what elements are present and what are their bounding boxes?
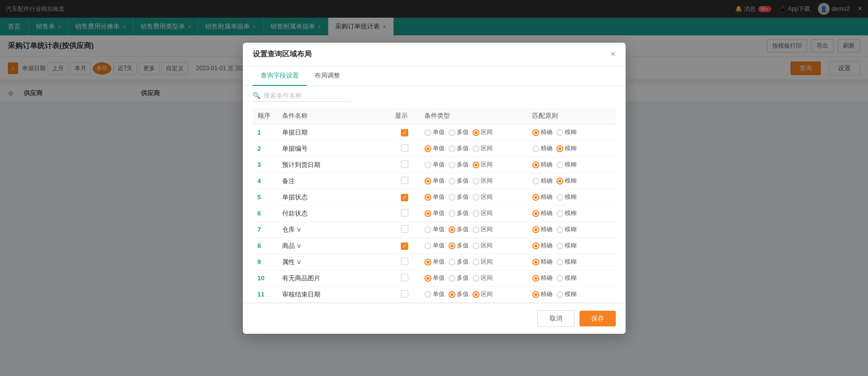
row-order-6: 7 (253, 221, 277, 238)
radio-type-type_single-0[interactable]: 单值 (424, 128, 445, 136)
checkbox-show-5[interactable] (401, 209, 408, 216)
radio-match-dot-4 (532, 194, 539, 201)
radio-type-type_range-5[interactable]: 区间 (473, 209, 493, 217)
radio-type-type_multi-8[interactable]: 多值 (448, 258, 469, 266)
row-show-8 (390, 254, 420, 270)
row-show-6 (390, 221, 420, 238)
row-order-10: 11 (253, 286, 277, 302)
radio-dot-5 (448, 210, 455, 217)
radio-type-type_range-1[interactable]: 区间 (473, 144, 493, 153)
radio-type-type_range-10[interactable]: 区间 (473, 290, 493, 298)
radio-match-match_fuzzy-10[interactable]: 模糊 (556, 290, 577, 298)
radio-match-match_fuzzy-8[interactable]: 模糊 (556, 258, 577, 266)
radio-type-type_range-7[interactable]: 区间 (473, 242, 493, 250)
radio-type-type_single-4[interactable]: 单值 (424, 193, 445, 201)
radio-match-match_exact-1[interactable]: 精确 (532, 144, 552, 153)
checkbox-show-6[interactable] (401, 225, 408, 233)
radio-type-type_multi-0[interactable]: 多值 (448, 128, 469, 136)
radio-match-match_fuzzy-4[interactable]: 模糊 (556, 193, 577, 201)
dialog-tabs: 查询字段设置 布局调整 (243, 66, 626, 86)
dialog-tab-layout[interactable]: 布局调整 (307, 66, 348, 86)
radio-match-match_exact-7[interactable]: 精确 (532, 242, 552, 250)
checkbox-show-4[interactable] (401, 194, 408, 201)
settings-table: 顺序 条件名称 显示 条件类型 匹配原则 1单据日期单值多值区间精确模糊2单据编… (253, 107, 616, 303)
radio-match-match_exact-0[interactable]: 精确 (532, 128, 552, 136)
radio-match-dot-0 (532, 129, 539, 136)
radio-type-type_single-8[interactable]: 单值 (424, 258, 445, 266)
radio-type-type_single-7[interactable]: 单值 (424, 242, 445, 250)
checkbox-show-3[interactable] (401, 177, 408, 184)
radio-type-type_multi-5[interactable]: 多值 (448, 209, 469, 217)
radio-dot-2 (448, 161, 455, 168)
radio-type-type_multi-9[interactable]: 多值 (448, 274, 469, 282)
radio-match-match_exact-8[interactable]: 精确 (532, 258, 552, 266)
table-row: 10有无商品图片单值多值区间精确模糊 (253, 270, 616, 286)
row-order-3: 4 (253, 173, 277, 189)
radio-dot-7 (448, 242, 455, 249)
radio-match-match_exact-2[interactable]: 精确 (532, 161, 552, 169)
col-header-order: 顺序 (253, 107, 277, 125)
checkbox-show-8[interactable] (401, 258, 408, 265)
radio-match-match_exact-10[interactable]: 精确 (532, 290, 552, 298)
radio-type-type_multi-10[interactable]: 多值 (448, 290, 469, 298)
radio-type-type_range-9[interactable]: 区间 (473, 274, 493, 282)
row-order-5: 6 (253, 205, 277, 221)
radio-match-match_fuzzy-2[interactable]: 模糊 (556, 161, 577, 169)
radio-match-match_exact-4[interactable]: 精确 (532, 193, 552, 201)
radio-match-dot-10 (556, 291, 563, 298)
save-btn[interactable]: 保存 (579, 311, 616, 326)
radio-dot-7 (473, 242, 479, 249)
radio-match-match_fuzzy-9[interactable]: 模糊 (556, 274, 577, 282)
radio-type-type_single-3[interactable]: 单值 (424, 177, 445, 185)
radio-type-type_range-4[interactable]: 区间 (473, 193, 493, 201)
row-match-8: 精确模糊 (527, 254, 616, 270)
radio-match-match_fuzzy-0[interactable]: 模糊 (556, 128, 577, 136)
radio-type-type_range-6[interactable]: 区间 (473, 225, 493, 234)
radio-type-type_single-9[interactable]: 单值 (424, 274, 445, 282)
radio-type-type_range-3[interactable]: 区间 (473, 177, 493, 185)
radio-type-type_multi-6[interactable]: 多值 (448, 225, 469, 234)
radio-type-type_multi-7[interactable]: 多值 (448, 242, 469, 250)
checkbox-show-9[interactable] (401, 274, 408, 281)
radio-match-match_fuzzy-7[interactable]: 模糊 (556, 242, 577, 250)
cancel-btn[interactable]: 取消 (537, 310, 575, 327)
checkbox-show-7[interactable] (401, 242, 408, 250)
settings-dialog: 设置查询区域布局 × 查询字段设置 布局调整 🔍 (243, 43, 626, 334)
dialog-tab-fields[interactable]: 查询字段设置 (253, 66, 307, 86)
row-match-10: 精确模糊 (527, 286, 616, 302)
radio-type-type_single-6[interactable]: 单值 (424, 225, 445, 234)
radio-match-match_fuzzy-3[interactable]: 模糊 (556, 177, 577, 185)
checkbox-show-10[interactable] (401, 290, 408, 297)
radio-match-match_fuzzy-5[interactable]: 模糊 (556, 209, 577, 217)
radio-type-type_multi-4[interactable]: 多值 (448, 193, 469, 201)
row-name-4: 单据状态 (277, 189, 390, 205)
radio-type-type_single-2[interactable]: 单值 (424, 161, 445, 169)
row-order-8: 9 (253, 254, 277, 270)
radio-type-type_single-1[interactable]: 单值 (424, 144, 445, 153)
radio-type-type_multi-3[interactable]: 多值 (448, 177, 469, 185)
radio-type-type_single-10[interactable]: 单值 (424, 290, 445, 298)
checkbox-show-2[interactable] (401, 161, 408, 168)
radio-match-match_exact-9[interactable]: 精确 (532, 274, 552, 282)
dialog-table-wrapper: 顺序 条件名称 显示 条件类型 匹配原则 1单据日期单值多值区间精确模糊2单据编… (243, 107, 626, 303)
dialog-title: 设置查询区域布局 (253, 50, 312, 59)
radio-match-match_fuzzy-6[interactable]: 模糊 (556, 225, 577, 234)
radio-match-match_fuzzy-1[interactable]: 模糊 (556, 144, 577, 153)
checkbox-show-1[interactable] (401, 144, 408, 152)
radio-match-match_exact-6[interactable]: 精确 (532, 225, 552, 234)
checkbox-show-0[interactable] (401, 129, 408, 136)
radio-match-match_exact-3[interactable]: 精确 (532, 177, 552, 185)
radio-type-type_range-2[interactable]: 区间 (473, 161, 493, 169)
radio-type-type_multi-2[interactable]: 多值 (448, 161, 469, 169)
radio-type-type_range-8[interactable]: 区间 (473, 258, 493, 266)
dialog-close-btn[interactable]: × (610, 50, 616, 58)
table-row: 5单据状态单值多值区间精确模糊 (253, 189, 616, 205)
col-header-type: 条件类型 (420, 107, 527, 125)
radio-type-type_single-5[interactable]: 单值 (424, 209, 445, 217)
row-order-1: 2 (253, 140, 277, 157)
radio-type-type_range-0[interactable]: 区间 (473, 128, 493, 136)
radio-match-match_exact-5[interactable]: 精确 (532, 209, 552, 217)
dialog-header: 设置查询区域布局 × (243, 43, 626, 66)
search-input[interactable] (263, 92, 342, 99)
radio-type-type_multi-1[interactable]: 多值 (448, 144, 469, 153)
